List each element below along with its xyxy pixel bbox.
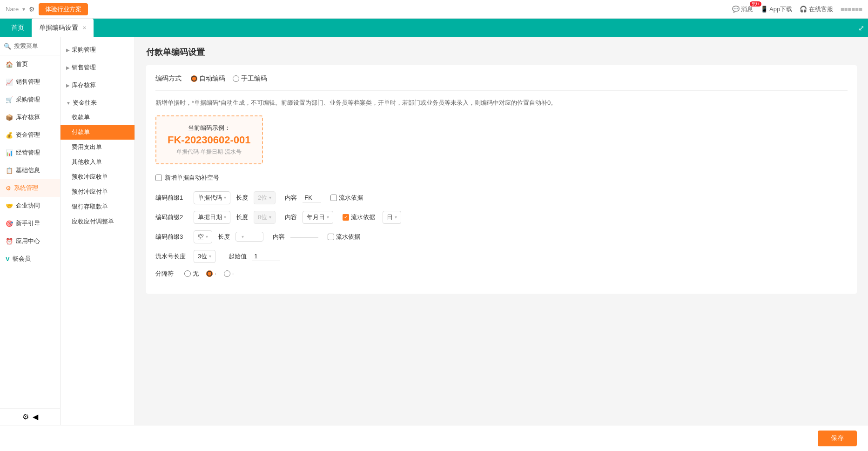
sep-dot2-option[interactable]: · — [224, 270, 234, 277]
guide-icon: 🎯 — [6, 220, 13, 227]
serial-length-label: 流水号长度 — [155, 252, 188, 261]
sec-group-label-purchase: 采购管理 — [72, 46, 96, 54]
auto-code-radio[interactable] — [191, 75, 197, 82]
prefix3-select-value: 空 — [198, 233, 204, 241]
manual-code-option[interactable]: 手工编码 — [233, 74, 267, 83]
prefix2-select-value: 单据日期 — [198, 213, 222, 222]
start-value-input[interactable] — [252, 252, 280, 261]
sidebar-item-inventory[interactable]: 📦 库存核算 — [0, 108, 60, 126]
prefix2-serial-unit-value: 日 — [387, 213, 393, 222]
sep-none-radio[interactable] — [184, 270, 191, 277]
sep-none-option[interactable]: 无 — [184, 269, 199, 278]
prefix3-serial-checkbox[interactable] — [328, 234, 334, 240]
brand-name: Nare — [6, 6, 19, 13]
preview-box: 当前编码示例： FK-20230602-001 单据代码-单据日期-流水号 — [155, 115, 263, 164]
sidebar-item-purchase[interactable]: 🛒 采购管理 — [0, 91, 60, 108]
sec-item-advance-offset[interactable]: 预付冲应付单 — [61, 184, 135, 199]
app-download-link[interactable]: 📱 App下载 — [760, 5, 792, 13]
sidebar-settings-icon[interactable]: ⚙ — [22, 412, 29, 421]
message-area[interactable]: 💬 消息 99+ — [732, 5, 753, 13]
sec-item-payment[interactable]: 付款单 — [61, 125, 135, 140]
prefix2-label: 编码前缀2 — [155, 213, 188, 222]
finance-icon: 💰 — [6, 132, 13, 139]
sidebar-item-finance[interactable]: 💰 资金管理 — [0, 126, 60, 144]
prefix2-serial: ✓ 流水依据 — [343, 213, 375, 222]
sec-group-header-capital[interactable]: ▼ 资金往来 — [61, 96, 135, 110]
sidebar-label-sales: 销售管理 — [16, 78, 40, 86]
left-sidebar: 🔍 搜索菜单 🏠 首页 📈 销售管理 🛒 采购管理 📦 库存核算 💰 资金管理 … — [0, 37, 61, 425]
info-text: 新增单据时，*单据编码*自动生成，不可编辑。前缀设置为部门、业务员等档案类，开单… — [155, 98, 848, 108]
top-bar-left: Nare ▾ ⚙ 体验行业方案 — [6, 3, 88, 15]
sep-dot-radio[interactable] — [206, 270, 213, 277]
sidebar-item-guide[interactable]: 🎯 新手引导 — [0, 215, 60, 232]
sec-item-bank[interactable]: 银行存取款单 — [61, 199, 135, 214]
sidebar-item-enterprise[interactable]: 🤝 企业协同 — [0, 197, 60, 215]
tab-home[interactable]: 首页 — [4, 19, 32, 37]
prefix1-serial: 流水依据 — [330, 194, 363, 202]
prefix3-select[interactable]: 空 ▾ — [194, 230, 212, 243]
sidebar-collapse-icon[interactable]: ◀ — [33, 412, 38, 421]
sidebar-label-basic-info: 基础信息 — [16, 166, 40, 175]
coding-method-row: 编码方式 自动编码 手工编码 — [155, 74, 848, 91]
sec-group-header-sales[interactable]: ▶ 销售管理 — [61, 61, 135, 74]
sep-dot2-radio[interactable] — [224, 270, 230, 277]
serial-length-value: 3位 — [198, 252, 207, 261]
sec-item-receipt[interactable]: 收款单 — [61, 110, 135, 125]
sidebar-label-member: 畅会员 — [13, 255, 31, 263]
prefix3-serial-label: 流水依据 — [336, 233, 360, 241]
preview-desc: 单据代码-单据日期-流水号 — [168, 148, 251, 156]
auto-fill-checkbox[interactable] — [155, 175, 162, 181]
sidebar-label-operations: 经营管理 — [16, 148, 40, 157]
settings-gear-icon[interactable]: ⚙ — [29, 6, 35, 13]
sidebar-item-member[interactable]: V 畅会员 — [0, 250, 60, 268]
sep-dot-option[interactable]: · — [206, 270, 216, 277]
sidebar-search[interactable]: 🔍 搜索菜单 — [0, 37, 60, 55]
prefix2-select[interactable]: 单据日期 ▾ — [194, 211, 230, 224]
sidebar-item-operations[interactable]: 📊 经营管理 — [0, 144, 60, 162]
tab-home-label: 首页 — [11, 24, 24, 32]
trial-button[interactable]: 体验行业方案 — [39, 3, 88, 15]
tab-close-icon[interactable]: × — [83, 25, 86, 31]
user-avatar[interactable]: ■■■■■■ — [841, 6, 862, 13]
serial-length-select[interactable]: 3位 ▾ — [194, 250, 215, 263]
prefix1-select[interactable]: 单据代码 ▾ — [194, 191, 230, 204]
prefix1-length-label: 长度 — [236, 194, 248, 202]
prefix1-length-select[interactable]: 2位 ▾ — [254, 191, 276, 204]
sidebar-item-sales[interactable]: 📈 销售管理 — [0, 73, 60, 91]
sidebar-item-basic-info[interactable]: 📋 基础信息 — [0, 162, 60, 179]
online-service-link[interactable]: 🎧 在线客服 — [800, 5, 833, 13]
prefix2-serial-checkbox[interactable]: ✓ — [343, 214, 349, 221]
auto-code-option[interactable]: 自动编码 — [191, 74, 225, 83]
nav-expand-icon[interactable]: ⤢ — [858, 24, 864, 33]
auto-fill-label: 新增单据自动补空号 — [165, 174, 219, 182]
app-center-icon: ⏰ — [6, 238, 13, 245]
sec-group-header-purchase[interactable]: ▶ 采购管理 — [61, 43, 135, 57]
form-row-prefix2: 编码前缀2 单据日期 ▾ 长度 8位 ▾ 内容 年月日 ▾ ✓ 流水依据 — [155, 211, 848, 224]
sec-item-prepay-offset[interactable]: 预收冲应收单 — [61, 169, 135, 184]
sec-item-expense[interactable]: 费用支出单 — [61, 140, 135, 155]
prefix2-serial-unit-select[interactable]: 日 ▾ — [383, 211, 401, 224]
prefix3-length-select[interactable]: ▾ — [236, 232, 263, 242]
manual-code-radio[interactable] — [233, 75, 239, 82]
prefix2-content-arrow: ▾ — [327, 215, 329, 220]
sec-item-ar-ap-adjust[interactable]: 应收应付调整单 — [61, 214, 135, 229]
arrow-icon-capital: ▼ — [66, 101, 71, 106]
sec-group-label-inventory: 库存核算 — [72, 81, 96, 89]
sec-item-other-income[interactable]: 其他收入单 — [61, 155, 135, 169]
separator-radio-group: 无 · · — [184, 269, 234, 278]
sidebar-item-app-center[interactable]: ⏰ 应用中心 — [0, 232, 60, 250]
brand-arrow-icon[interactable]: ▾ — [22, 6, 25, 13]
sec-group-header-inventory[interactable]: ▶ 库存核算 — [61, 78, 135, 92]
prefix2-content-select[interactable]: 年月日 ▾ — [303, 211, 333, 224]
prefix1-serial-checkbox[interactable] — [330, 195, 337, 201]
sec-group-label-capital: 资金往来 — [73, 99, 97, 107]
prefix2-length-select[interactable]: 8位 ▾ — [254, 211, 276, 224]
main-layout: 🔍 搜索菜单 🏠 首页 📈 销售管理 🛒 采购管理 📦 库存核算 💰 资金管理 … — [0, 37, 868, 425]
sidebar-label-home: 首页 — [16, 60, 28, 68]
sidebar-item-home[interactable]: 🏠 首页 — [0, 55, 60, 73]
sidebar-item-system[interactable]: ⚙ 系统管理 — [0, 179, 60, 197]
tab-voucher-code[interactable]: 单据编码设置 × — [32, 19, 94, 37]
save-button[interactable]: 保存 — [818, 431, 857, 446]
content-area: 付款单编码设置 编码方式 自动编码 手工编码 新增单据时，*单据编码*自动生成 — [135, 37, 868, 425]
prefix2-serial-unit-arrow: ▾ — [395, 215, 397, 220]
